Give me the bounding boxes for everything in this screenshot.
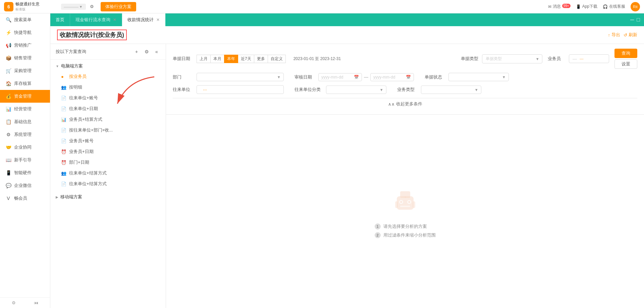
refresh-btn[interactable]: ↺ 刷新: [624, 32, 637, 38]
sidebar-item-vip[interactable]: V 畅会员: [0, 192, 50, 205]
filter-area: 单据日期 上月 本月 本年 近7天 更多 自定义 2023-01-01 至 20…: [166, 44, 644, 115]
sidebar-item-purchase[interactable]: 🛒 采购管理: [0, 64, 50, 77]
date-btn-custom[interactable]: 自定义: [268, 55, 286, 63]
sidebar-bottom: ⚙ ⏮: [0, 297, 50, 308]
doc-status-select[interactable]: ▾: [448, 73, 509, 81]
counterpart-more-btn[interactable]: ···: [203, 87, 207, 92]
sidebar-item-basic-info[interactable]: 📋 基础信息: [0, 115, 50, 128]
collapse-more-btn[interactable]: ∧∧ 收起更多条件: [173, 98, 637, 110]
top-right-area: ✉ 消息 99+ 📱 App下载 🎧 在线客服 Rit: [548, 2, 640, 11]
scheme-icon-7: 📄: [61, 139, 66, 144]
quick-nav-icon: ⚡: [5, 30, 11, 35]
settings-gear-icon[interactable]: ⚙: [87, 2, 97, 11]
scheme-icon-11: 📄: [61, 182, 66, 187]
sidebar: 🔍 搜索菜单 ⚡ 快捷导航 📢 营销推广 📦 销售管理 🛒 采购管理 🏠 库存核…: [0, 13, 50, 308]
sidebar-item-sales[interactable]: 📦 销售管理: [0, 52, 50, 64]
scheme-salesperson-date[interactable]: ⏰ 业务员+日期: [50, 146, 166, 157]
sidebar-item-marketing[interactable]: 📢 营销推广: [0, 39, 50, 52]
trial-btn[interactable]: 体验行业方案: [101, 2, 136, 11]
sidebar-item-search[interactable]: 🔍 搜索菜单: [0, 13, 50, 26]
filter-row-2: 部门 ▾ 审核日期 yyyy-mm-dd 📅 —: [173, 73, 637, 81]
step-1-num: 1: [375, 223, 381, 229]
scheme-counterpart-date[interactable]: 📄 往来单位+日期: [50, 103, 166, 114]
tab-bank-flow-close[interactable]: ✕: [113, 17, 116, 22]
tab-bank-flow[interactable]: 现金银行流水查询 ✕: [70, 13, 122, 26]
scheme-counterpart-account[interactable]: 📄 往来单位+账号: [50, 93, 166, 103]
online-service-btn[interactable]: 🎧 在线客服: [603, 4, 625, 9]
export-btn[interactable]: ↑ 导出: [608, 32, 621, 38]
svg-rect-9: [395, 201, 398, 208]
review-date-to[interactable]: yyyy-mm-dd 📅: [370, 73, 414, 81]
date-btn-last-month[interactable]: 上月: [197, 55, 211, 63]
tab-minimize-icon[interactable]: ─: [630, 17, 634, 23]
scheme-salesperson-account[interactable]: 📄 业务员+账号: [50, 136, 166, 146]
doc-type-select[interactable]: 单据类型 ▾: [482, 54, 542, 63]
sidebar-item-guide[interactable]: 📖 新手引导: [0, 154, 50, 166]
scheme-by-salesperson[interactable]: ● 按业务员: [50, 71, 166, 82]
scheme-detail[interactable]: 👥 按明细: [50, 82, 166, 93]
salesperson-select[interactable]: — ···: [569, 54, 609, 63]
mobile-group-header[interactable]: ▶ 移动端方案: [50, 192, 166, 202]
logo-area: 6 畅捷通好生意 标准版: [4, 1, 54, 12]
scheme-icon-10: 👥: [61, 171, 66, 176]
date-range-display: 2023-01-01 至 2023-12-31: [293, 56, 341, 62]
sidebar-item-quick-nav[interactable]: ⚡ 快捷导航: [0, 26, 50, 39]
svg-point-7: [408, 201, 410, 203]
guide-icon: 📖: [5, 157, 11, 163]
scheme-counterpart-settlement-1[interactable]: 👥 往来单位+结算方式: [50, 168, 166, 178]
review-date-group: yyyy-mm-dd 📅 — yyyy-mm-dd 📅: [318, 73, 414, 81]
wechat-icon: 💬: [5, 183, 11, 188]
operations-icon: 📊: [5, 106, 11, 112]
sidebar-item-system[interactable]: ⚙ 系统管理: [0, 128, 50, 141]
sidebar-item-wechat[interactable]: 💬 企业微信: [0, 179, 50, 192]
desktop-group-header[interactable]: ▼ 电脑端方案: [50, 61, 166, 71]
settings-scheme-btn[interactable]: ⚙: [143, 48, 150, 55]
date-btn-more[interactable]: 更多: [254, 55, 268, 63]
refresh-icon: ↺: [624, 33, 627, 38]
review-date-from[interactable]: yyyy-mm-dd 📅: [318, 73, 362, 81]
breadcrumb[interactable]: ———— ▾: [61, 4, 86, 10]
counterpart-select[interactable]: ···: [197, 85, 284, 94]
sidebar-item-operations[interactable]: 📊 经营管理: [0, 103, 50, 115]
collapse-panel-btn[interactable]: «: [153, 48, 160, 55]
desktop-arrow-icon: ▼: [56, 64, 59, 68]
query-btn[interactable]: 查询: [614, 49, 637, 58]
sidebar-item-hardware[interactable]: 📱 智能硬件: [0, 166, 50, 179]
scheme-counterpart-dept[interactable]: 📄 按往来单位+部门+收...: [50, 125, 166, 136]
sidebar-item-inventory[interactable]: 🏠 库存核算: [0, 77, 50, 90]
desktop-section: ▼ 电脑端方案 ● 按业务员 👥 按明细 📄 往来单位+账号: [50, 60, 166, 191]
dept-select[interactable]: ▾: [197, 73, 284, 81]
tab-maximize-icon[interactable]: □: [637, 17, 640, 23]
tab-receipt-stats[interactable]: 收款情况统计 ✕: [122, 13, 165, 26]
add-scheme-btn[interactable]: +: [133, 48, 140, 55]
counterpart-label: 往来单位: [173, 87, 191, 93]
scheme-salesperson-settlement[interactable]: 📊 业务员+结算方式: [50, 114, 166, 125]
salesperson-label: 业务员: [548, 56, 566, 62]
salesperson-more-btn[interactable]: ···: [580, 56, 584, 61]
counterpart-cat-select[interactable]: ▾: [326, 86, 386, 94]
panel-header: 按以下方案查询 + ⚙ «: [50, 44, 166, 60]
tab-bar: 首页 现金银行流水查询 ✕ 收款情况统计 ✕ ─ □: [50, 13, 644, 26]
date-btn-7days[interactable]: 近7天: [238, 55, 254, 63]
tab-receipt-stats-close[interactable]: ✕: [156, 17, 160, 22]
page-actions: ↑ 导出 ↺ 刷新: [608, 32, 638, 38]
export-icon: ↑: [608, 33, 610, 38]
step-2-num: 2: [375, 232, 381, 238]
sidebar-collapse-icon[interactable]: ⏮: [34, 300, 38, 305]
sidebar-settings-icon[interactable]: ⚙: [12, 300, 16, 305]
biz-type-select[interactable]: ▾: [421, 86, 481, 94]
scheme-counterpart-settlement-2[interactable]: 📄 往来单位+结算方式: [50, 178, 166, 189]
app-download-icon: 📱: [576, 4, 581, 9]
app-name: 畅捷通好生意: [15, 1, 40, 7]
date-btn-this-month[interactable]: 本月: [210, 55, 224, 63]
messages-btn[interactable]: ✉ 消息 99+: [548, 4, 571, 9]
user-avatar[interactable]: Rit: [631, 2, 640, 11]
dept-label: 部门: [173, 74, 191, 80]
sidebar-item-enterprise[interactable]: 🤝 企业协同: [0, 141, 50, 154]
app-download-btn[interactable]: 📱 App下载: [576, 4, 597, 9]
scheme-dept-date[interactable]: ⏰ 部门+日期: [50, 157, 166, 168]
tab-home[interactable]: 首页: [50, 13, 70, 26]
sidebar-item-finance[interactable]: 💰 资金管理: [0, 90, 50, 103]
settings-config-btn[interactable]: 设置: [614, 59, 637, 69]
date-btn-this-year[interactable]: 本年: [224, 55, 238, 63]
